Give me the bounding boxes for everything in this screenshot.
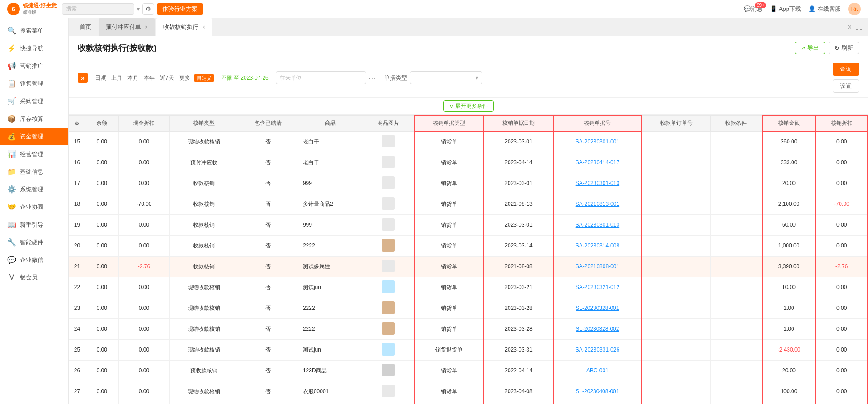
table-area[interactable]: ⚙ 余额 现金折扣 核销类型 包含已结清 商品 商品图片 核销单据类型 核销单据…	[69, 115, 868, 404]
tab-collection-label: 收款核销执行	[163, 23, 198, 31]
sidebar-item-hardware[interactable]: 🔧 智能硬件	[0, 233, 68, 251]
online-service-area[interactable]: 👤 在线客服	[808, 5, 841, 13]
cell-amount: 1,000.00	[762, 235, 816, 256]
brand-info: 畅捷通·好生意 标准版	[23, 2, 57, 16]
cell-type: 现结收款核销	[170, 339, 238, 360]
cell-img	[363, 277, 415, 298]
cell-doc-no[interactable]: SA-20210808-001	[553, 256, 642, 277]
tab-home[interactable]: 首页	[72, 18, 99, 36]
cell-doc-no[interactable]: SL-20230408-001	[553, 381, 642, 402]
cell-settled: 否	[238, 318, 298, 339]
cell-img	[363, 131, 415, 152]
cell-doc-no[interactable]: SL-20230418-001	[553, 402, 642, 404]
sidebar-item-basics[interactable]: 📁 基础信息	[0, 163, 68, 181]
table-row: 23 0.00 0.00 现结收款核销 否 2222 销货单 2023-03-2…	[69, 298, 868, 318]
tab-maximize-icon[interactable]: ⛶	[855, 23, 863, 31]
expand-chevron-icon: ∨	[449, 103, 453, 109]
trial-button[interactable]: 体验行业方案	[157, 3, 203, 15]
tab-collection[interactable]: 收款核销执行 ×	[156, 18, 212, 36]
table-row: 17 0.00 0.00 收款核销 否 999 销货单 2023-03-01 S…	[69, 173, 868, 194]
cell-doc-no[interactable]: SA-20230301-001	[553, 131, 642, 152]
tab-close-icon[interactable]: ×	[848, 23, 852, 31]
cell-no: 19	[69, 214, 85, 235]
more-btn[interactable]: 更多	[178, 73, 192, 83]
cell-product: 2222	[298, 298, 363, 318]
member-icon: V	[7, 273, 16, 281]
cell-balance: 0.00	[85, 152, 119, 173]
user-avatar[interactable]: Rit	[848, 3, 861, 15]
cell-receipt-cond	[711, 131, 762, 152]
cell-doc-no[interactable]: SA-20230331-026	[553, 339, 642, 360]
tab-prepay-close[interactable]: ×	[145, 24, 148, 30]
cell-receipt-cond	[711, 235, 762, 256]
table-row: 22 0.00 0.00 现结收款核销 否 测试jun 销货单 2023-03-…	[69, 277, 868, 298]
filter-expand-btn[interactable]: »	[78, 73, 88, 83]
sidebar-item-shortcut[interactable]: ⚡ 快捷导航	[0, 39, 68, 57]
col-settled: 包含已结清	[238, 115, 298, 131]
sidebar-item-finance[interactable]: 💰 资金管理	[0, 128, 68, 145]
export-icon: ↗	[801, 45, 806, 52]
cell-amount: 100.00	[762, 381, 816, 402]
sidebar-item-search[interactable]: 🔍 搜索菜单	[0, 22, 68, 39]
refresh-button[interactable]: ↻ 刷新	[829, 42, 859, 54]
sidebar-item-inventory[interactable]: 📦 库存核算	[0, 110, 68, 128]
last-month-btn[interactable]: 上月	[109, 73, 124, 83]
app-download-area[interactable]: 📱 App下载	[770, 5, 801, 13]
filter-toggle[interactable]: »	[78, 73, 88, 83]
cell-doc-no[interactable]: SA-20230414-017	[553, 152, 642, 173]
cell-doc-no[interactable]: SA-20230314-008	[553, 235, 642, 256]
cell-settled: 否	[238, 131, 298, 152]
sidebar-item-system[interactable]: ⚙️ 系统管理	[0, 181, 68, 198]
table-body: 15 0.00 0.00 现结收款核销 否 老白干 销货单 2023-03-01…	[69, 131, 868, 404]
col-settings[interactable]: ⚙	[69, 115, 85, 131]
settings-icon-btn[interactable]: ⚙	[142, 3, 154, 15]
sidebar-item-sales[interactable]: 📋 销售管理	[0, 75, 68, 92]
from-unit-input[interactable]: 往来单位	[276, 71, 366, 84]
cell-settled: 否	[238, 381, 298, 402]
cell-doc-no[interactable]: SL-20230328-001	[553, 298, 642, 318]
cell-doc-no[interactable]: SA-20230301-010	[553, 214, 642, 235]
cell-doc-date: 2023-04-08	[484, 381, 553, 402]
last7-btn[interactable]: 近7天	[158, 73, 176, 83]
cell-balance: 0.00	[85, 298, 119, 318]
date-shortcuts: 上月 本月 本年 近7天 更多 自定义	[109, 73, 214, 83]
cell-cash-discount: 0.00	[118, 402, 170, 404]
setting-button[interactable]: 设置	[833, 79, 859, 93]
sidebar-item-operation[interactable]: 📊 经营管理	[0, 145, 68, 163]
cell-balance: 0.00	[85, 131, 119, 152]
custom-btn[interactable]: 自定义	[194, 74, 214, 82]
message-area[interactable]: 💬 消息 99+	[744, 5, 763, 13]
col-discount: 核销折扣	[816, 115, 868, 131]
sidebar-item-marketing[interactable]: 📢 营销推广	[0, 57, 68, 75]
sidebar-item-wechat[interactable]: 💬 企业微信	[0, 251, 68, 269]
table-row: 25 0.00 0.00 现结收款核销 否 测试jun 销货退货单 2023-0…	[69, 339, 868, 360]
this-year-btn[interactable]: 本年	[142, 73, 156, 83]
query-button[interactable]: 查询	[833, 63, 859, 76]
cell-discount: 0.00	[816, 214, 868, 235]
sidebar-item-purchase[interactable]: 🛒 采购管理	[0, 92, 68, 110]
cell-cash-discount: 0.00	[118, 152, 170, 173]
date-range-display: 不限 至 2023-07-26	[222, 74, 269, 82]
tab-collection-close[interactable]: ×	[202, 24, 205, 30]
sidebar-item-collab[interactable]: 🤝 企业协同	[0, 198, 68, 216]
cell-receipt-no	[642, 214, 711, 235]
tab-prepay[interactable]: 预付冲应付单 ×	[99, 18, 155, 36]
sidebar-item-guide[interactable]: 📖 新手引导	[0, 216, 68, 233]
cell-doc-no[interactable]: SA-20230301-010	[553, 173, 642, 194]
cell-doc-type: 销货单	[414, 152, 484, 173]
cell-cash-discount: 0.00	[118, 381, 170, 402]
page-actions: ↗ 导出 ↻ 刷新	[795, 42, 859, 54]
cell-doc-no[interactable]: SA-20210813-001	[553, 194, 642, 214]
cell-settled: 否	[238, 402, 298, 404]
this-month-btn[interactable]: 本月	[126, 73, 140, 83]
doc-type-select[interactable]: ▾	[410, 71, 482, 84]
sidebar-item-member[interactable]: V 畅会员	[0, 269, 68, 286]
cell-doc-no[interactable]: SA-20230321-012	[553, 277, 642, 298]
top-search-input[interactable]: 搜索	[62, 3, 134, 15]
col-balance: 余额	[85, 115, 119, 131]
expand-conditions-btn[interactable]: ∨ 展开更多条件	[443, 100, 494, 112]
cell-doc-no[interactable]: ABC-001	[553, 360, 642, 381]
cell-doc-no[interactable]: SL-20230328-002	[553, 318, 642, 339]
export-button[interactable]: ↗ 导出	[795, 42, 825, 54]
cell-receipt-no	[642, 152, 711, 173]
